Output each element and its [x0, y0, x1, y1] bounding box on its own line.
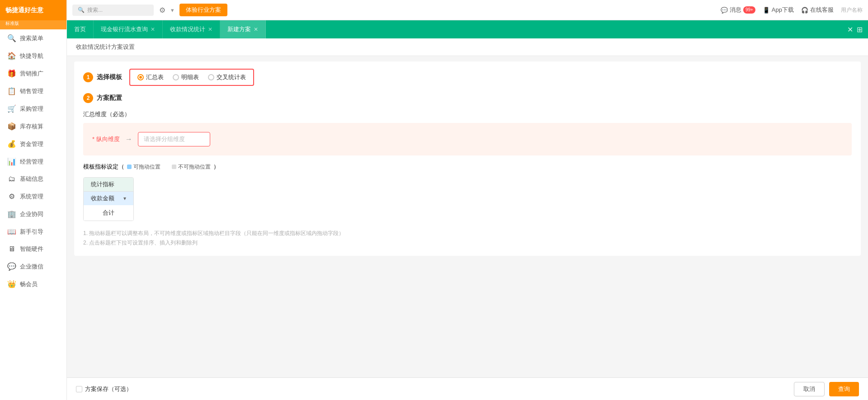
- maximize-window-icon[interactable]: ⊞: [857, 25, 863, 34]
- settings-icon[interactable]: ⚙: [159, 6, 165, 14]
- tab-new-plan[interactable]: 新建方案 ✕: [220, 20, 266, 38]
- cancel-button[interactable]: 取消: [794, 382, 825, 396]
- radio-detail[interactable]: [173, 74, 179, 80]
- movable-badge: 可拖动位置: [127, 163, 160, 171]
- bottom-panel: 方案保存（可选） 取消 查询: [67, 377, 868, 400]
- sidebar-item-purchase[interactable]: 🛒 采购管理: [0, 100, 66, 118]
- stat-col-header[interactable]: 收款金额 ▾: [84, 192, 133, 205]
- save-checkbox[interactable]: [76, 386, 82, 392]
- service-label: 在线客服: [810, 6, 834, 14]
- gear-icon: ⚙: [7, 192, 16, 201]
- service-icon: 🎧: [801, 7, 808, 14]
- sidebar-item-label: 新手引导: [20, 228, 43, 236]
- app-download-btn[interactable]: 📱 App下载: [763, 6, 794, 14]
- sidebar-item-basic[interactable]: 🗂 基础信息: [0, 170, 66, 188]
- metrics-table: 统计指标 收款金额 ▾ 合计: [83, 177, 134, 221]
- tab-bank[interactable]: 现金银行流水查询 ✕: [94, 20, 163, 38]
- sidebar-item-label: 资金管理: [20, 140, 43, 148]
- dimension-select[interactable]: 请选择分组维度: [138, 132, 210, 146]
- step1-num: 1: [83, 72, 93, 82]
- radio-summary[interactable]: [137, 74, 144, 80]
- logo-text: 畅捷通好生意: [5, 6, 43, 14]
- tab-new-plan-close[interactable]: ✕: [254, 26, 258, 33]
- movable-dot: [127, 165, 132, 169]
- user-name: 用户名称: [841, 6, 863, 14]
- main-section: 1 选择模板 汇总表 明细表 交叉统计表: [74, 61, 861, 256]
- tab-bank-label: 现金银行流水查询: [101, 25, 148, 33]
- close-window-icon[interactable]: ✕: [847, 25, 853, 34]
- sidebar-item-sales[interactable]: 📋 销售管理: [0, 82, 66, 100]
- app-label: App下载: [772, 6, 794, 14]
- option-summary[interactable]: 汇总表: [137, 73, 164, 81]
- sidebar-item-label: 智能硬件: [20, 245, 43, 253]
- sidebar-item-label: 企业协同: [20, 210, 43, 218]
- option-detail-label: 明细表: [181, 73, 199, 81]
- message-icon: 💬: [721, 7, 728, 14]
- tab-stats-close[interactable]: ✕: [208, 26, 212, 33]
- sidebar-item-member[interactable]: 👑 畅会员: [0, 275, 66, 293]
- gift-icon: 🎁: [7, 69, 16, 78]
- tab-bank-close[interactable]: ✕: [151, 26, 155, 33]
- sidebar-item-hardware[interactable]: 🖥 智能硬件: [0, 240, 66, 258]
- sidebar-item-label: 畅会员: [20, 280, 38, 288]
- sidebar-logo-sub: 标准版: [0, 20, 66, 29]
- dimension-select-placeholder: 请选择分组维度: [144, 136, 185, 142]
- sidebar-item-label: 快捷导航: [20, 52, 43, 60]
- message-btn[interactable]: 💬 消息 99+: [721, 6, 755, 14]
- tab-home[interactable]: 首页: [67, 20, 94, 38]
- dimension-area: * 纵向维度 → 请选择分组维度: [83, 123, 852, 155]
- metrics-close-paren: ）: [213, 163, 219, 171]
- sidebar-item-quick-nav[interactable]: 🏠 快捷导航: [0, 47, 66, 65]
- vertical-dimension-row: * 纵向维度 → 请选择分组维度: [92, 132, 843, 146]
- metrics-section-label: 模板指标设定（: [83, 163, 124, 171]
- main-area: 🔍 搜索... ⚙ ▾ 体验行业方案 💬 消息 99+ 📱 App下载 🎧 在线…: [67, 0, 868, 400]
- chevron-down-icon[interactable]: ▾: [171, 7, 174, 14]
- tab-stats-label: 收款情况统计: [170, 25, 205, 33]
- radio-cross[interactable]: [208, 74, 214, 80]
- query-button[interactable]: 查询: [829, 382, 859, 396]
- sidebar-item-system[interactable]: ⚙ 系统管理: [0, 188, 66, 205]
- metrics-label-row: 模板指标设定（ 可拖动位置 不可拖动位置 ）: [83, 163, 852, 171]
- sidebar-item-inventory[interactable]: 📦 库存核算: [0, 118, 66, 135]
- topbar-search-box[interactable]: 🔍 搜索...: [72, 5, 154, 16]
- metrics-header: 统计指标: [84, 178, 133, 192]
- sidebar-item-label: 经营管理: [20, 158, 43, 166]
- sidebar-item-label: 系统管理: [20, 193, 43, 201]
- arrow-icon: →: [125, 135, 132, 143]
- search-icon-topbar: 🔍: [78, 7, 85, 13]
- sidebar-item-label: 基础信息: [20, 175, 43, 183]
- page-header: 收款情况统计方案设置: [67, 38, 868, 56]
- content-area: 收款情况统计方案设置 1 选择模板 汇总表 明细表: [67, 38, 868, 400]
- stat-col-label: 收款金额: [91, 194, 114, 202]
- config-section: 汇总维度（必选） * 纵向维度 → 请选择分组维度 模板指标设定（: [83, 110, 852, 247]
- building-icon: 🏢: [7, 210, 16, 218]
- option-cross[interactable]: 交叉统计表: [208, 73, 246, 81]
- topbar-right: 💬 消息 99+ 📱 App下载 🎧 在线客服 用户名称: [721, 6, 863, 14]
- trial-button[interactable]: 体验行业方案: [179, 4, 227, 16]
- tip-line1: 1. 拖动标题栏可以调整布局，不可跨维度或指标区域拖动栏目字段（只能在同一维度或…: [83, 230, 852, 237]
- sidebar-item-guide[interactable]: 📖 新手引导: [0, 223, 66, 240]
- crown-icon: 👑: [7, 280, 16, 288]
- vertical-dimension-label: * 纵向维度: [92, 135, 120, 143]
- metrics-separator: [163, 163, 169, 171]
- sidebar-item-finance[interactable]: 💰 资金管理: [0, 135, 66, 153]
- sidebar-item-corp[interactable]: 🏢 企业协同: [0, 205, 66, 223]
- save-checkbox-row[interactable]: 方案保存（可选）: [76, 385, 132, 393]
- tab-stats[interactable]: 收款情况统计 ✕: [163, 20, 220, 38]
- tabbar-window-controls: ✕ ⊞: [842, 20, 868, 38]
- sidebar-item-operation[interactable]: 📊 经营管理: [0, 153, 66, 170]
- option-detail[interactable]: 明细表: [173, 73, 199, 81]
- sidebar-item-search[interactable]: 🔍 搜索菜单: [0, 29, 66, 47]
- movable-label: 可拖动位置: [133, 163, 160, 171]
- stat-row-label: 合计: [103, 209, 114, 216]
- clipboard-icon: 📋: [7, 87, 16, 95]
- chevron-down-icon[interactable]: ▾: [123, 195, 126, 202]
- unmovable-label: 不可拖动位置: [178, 163, 211, 171]
- sidebar-item-label: 销售管理: [20, 87, 43, 95]
- book-icon: 📖: [7, 227, 16, 236]
- cart-icon: 🛒: [7, 104, 16, 113]
- online-service-btn[interactable]: 🎧 在线客服: [801, 6, 834, 14]
- sidebar-item-wechat[interactable]: 💬 企业微信: [0, 258, 66, 275]
- sidebar-item-marketing[interactable]: 🎁 营销推广: [0, 65, 66, 82]
- dimension-label-text: 汇总维度（必选）: [83, 111, 130, 118]
